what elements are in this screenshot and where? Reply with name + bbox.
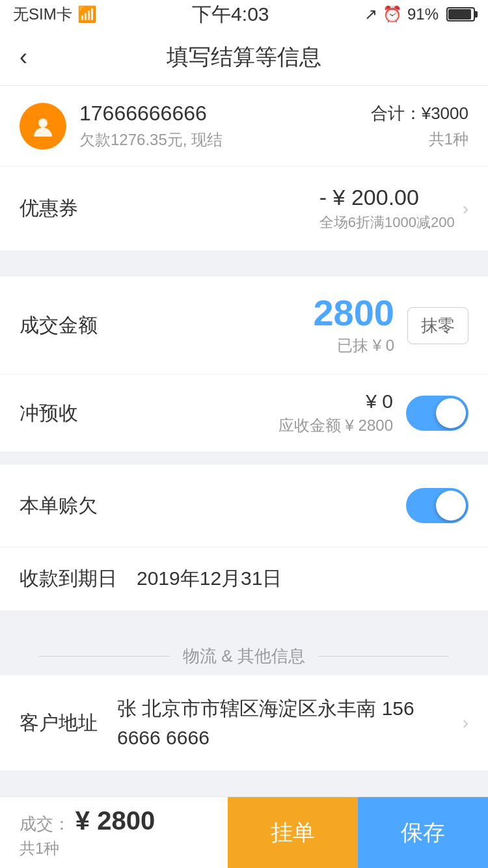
battery-percent: 91% [407,5,439,23]
amount-value: 2800 [313,295,394,331]
bottom-summary: 成交： ¥ 2800 共1种 [0,806,228,859]
address-chevron-icon: › [463,712,468,733]
avatar [20,103,66,150]
debt-toggle-knob [436,491,466,521]
debt-toggle[interactable] [406,488,468,523]
amount-section: 成交金额 2800 已抹 ¥ 0 抹零 冲预收 ¥ 0 应收金额 ¥ 2800 [0,277,488,452]
coupon-right: - ¥ 200.00 全场6折满1000减200 › [319,185,468,232]
wifi-icon: 📶 [77,5,97,23]
toggle-knob [436,398,466,428]
back-button[interactable]: ‹ [20,44,27,71]
total-label: 合计：¥3000 [371,102,468,125]
duedate-row: 收款到期日 2019年12月31日 [0,547,488,610]
amount-row: 成交金额 2800 已抹 ¥ 0 抹零 [0,277,488,374]
address-row[interactable]: 客户地址 张 北京市市辖区海淀区永丰南 156 6666 6666 › [0,675,488,770]
customer-info: 17666666666 欠款1276.35元, 现结 [79,102,223,150]
address-value: 张 北京市市辖区海淀区永丰南 156 6666 6666 [117,694,463,752]
bottom-bar: 成交： ¥ 2800 共1种 挂单 保存 [0,796,488,868]
nav-bar: ‹ 填写结算等信息 [0,29,488,86]
prereceive-amount: ¥ 0 应收金额 ¥ 2800 [278,390,393,436]
bottom-deal-label: 成交： [20,814,70,834]
customer-section: 17666666666 欠款1276.35元, 现结 合计：¥3000 共1种 … [0,86,488,251]
status-bar: 无SIM卡 📶 下午4:03 ↗ ⏰ 91% [0,0,488,29]
prereceive-row: 冲预收 ¥ 0 应收金额 ¥ 2800 [0,374,488,452]
customer-debt: 欠款1276.35元, 现结 [79,129,223,150]
round-zero-button[interactable]: 抹零 [407,307,468,344]
alarm-icon: ⏰ [383,5,402,23]
total-count: 共1种 [371,129,468,150]
status-right: ↗ ⏰ 91% [364,5,475,23]
customer-row: 17666666666 欠款1276.35元, 现结 合计：¥3000 共1种 [0,86,488,166]
coupon-desc: 全场6折满1000减200 [319,213,455,232]
separator-2 [0,452,488,465]
coupon-label: 优惠券 [20,195,78,222]
carrier-text: 无SIM卡 [13,4,72,25]
separator-3 [0,623,488,636]
battery-icon [446,7,475,21]
coupon-row[interactable]: 优惠券 - ¥ 200.00 全场6折满1000减200 › [0,166,488,251]
separator-1 [0,264,488,277]
logistics-divider: 物流 & 其他信息 [0,636,488,675]
status-time: 下午4:03 [192,1,269,28]
content-area: 17666666666 欠款1276.35元, 现结 合计：¥3000 共1种 … [0,86,488,868]
amount-label: 成交金额 [20,312,98,339]
prereceive-value: ¥ 0 [278,390,393,413]
logistics-text: 物流 & 其他信息 [170,645,318,668]
address-label: 客户地址 [20,710,98,737]
address-section: 客户地址 张 北京市市辖区海淀区永丰南 156 6666 6666 › [0,675,488,770]
chevron-right-icon: › [463,198,468,219]
save-button[interactable]: 保存 [358,797,488,868]
prereceive-sub: 应收金额 ¥ 2800 [278,415,393,436]
hang-button[interactable]: 挂单 [228,797,358,868]
page-title: 填写结算等信息 [167,42,321,72]
coupon-discount: - ¥ 200.00 [319,185,455,210]
prereceive-label: 冲预收 [20,400,78,427]
bottom-actions: 挂单 保存 [228,797,488,868]
duedate-value: 2019年12月31日 [137,565,282,592]
debt-label: 本单赊欠 [20,493,98,519]
bottom-deal-count: 共1种 [20,838,208,859]
duedate-label: 收款到期日 [20,565,117,592]
debt-section: 本单赊欠 收款到期日 2019年12月31日 [0,465,488,610]
bottom-deal-amount: ¥ 2800 [75,806,155,835]
customer-total: 合计：¥3000 共1种 [371,102,468,150]
svg-point-0 [38,118,47,128]
customer-phone: 17666666666 [79,102,223,126]
location-icon: ↗ [364,5,377,23]
status-left: 无SIM卡 📶 [13,4,97,25]
amount-sub: 已抹 ¥ 0 [313,335,394,356]
debt-row: 本单赊欠 [0,465,488,547]
prereceive-toggle[interactable] [406,396,468,431]
